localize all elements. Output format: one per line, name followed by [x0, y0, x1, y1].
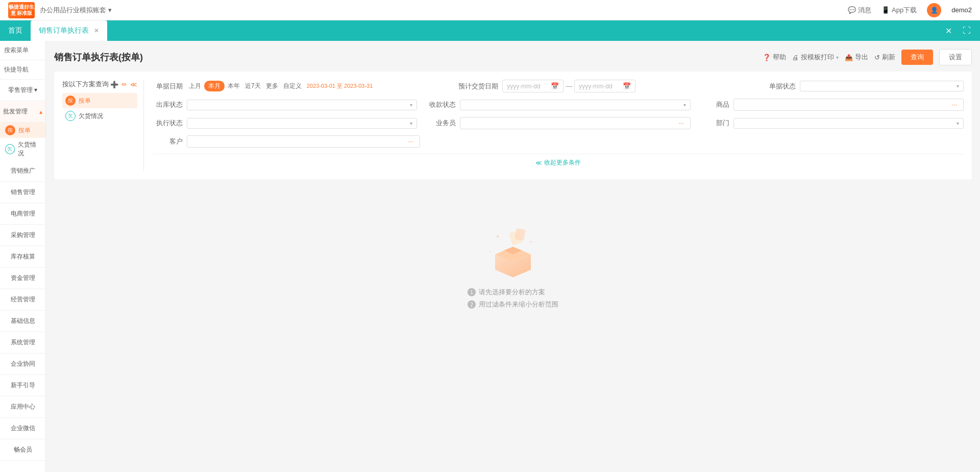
user-name[interactable]: demo2: [951, 6, 972, 14]
help-icon: ❓: [763, 54, 771, 61]
sidebar-retail-arrow: ▾: [34, 86, 37, 93]
app-download-label: App下载: [892, 6, 917, 15]
schema-按单-icon: 按: [65, 96, 76, 106]
collapse-arrow-icon: ≪: [535, 159, 542, 167]
top-bar: 畅捷通好生意 标准版 办公用品行业模拟账套 ▾ 💬 消息 📱 App下载 👤 d…: [0, 0, 980, 20]
sidebar-item-appcenter[interactable]: 应用中心: [0, 396, 45, 418]
app-title[interactable]: 办公用品行业模拟账套 ▾: [40, 6, 112, 15]
export-btn[interactable]: 📤 导出: [845, 53, 868, 62]
sidebar-enterprise-label: 企业协同: [11, 360, 35, 367]
content: 销售订单执行表(按单) ❓ 帮助 🖨 按模板打印 ▾ 📤 导出: [46, 41, 980, 472]
help-btn[interactable]: ❓ 帮助: [763, 53, 786, 62]
salesperson-select[interactable]: ···: [460, 117, 690, 129]
tab-home[interactable]: 首页: [0, 20, 31, 41]
execution-label: 执行状态: [152, 119, 183, 128]
export-label: 导出: [855, 53, 868, 62]
sidebar-item-marketing[interactable]: 营销推广: [0, 160, 45, 182]
date-tab-自定义[interactable]: 自定义: [281, 81, 304, 91]
print-label: 按模板打印: [801, 53, 834, 62]
sidebar-search-menu[interactable]: 搜索菜单: [0, 41, 45, 60]
schema-item-欠货[interactable]: 欠 欠货情况: [62, 108, 137, 124]
execution-dropdown-icon: ▾: [410, 121, 412, 126]
settings-btn[interactable]: 设置: [939, 49, 972, 65]
sidebar-quick-nav[interactable]: 快捷导航: [0, 60, 45, 80]
logo: 畅捷通好生意 标准版: [8, 2, 35, 18]
refresh-btn[interactable]: ↺ 刷新: [874, 53, 895, 62]
tab-sales-execution[interactable]: 销售订单执行表 ✕: [31, 20, 107, 41]
query-btn[interactable]: 查询: [901, 50, 933, 65]
sidebar-item-ecommerce[interactable]: 电商管理: [0, 203, 45, 225]
maximize-btn[interactable]: ⛶: [960, 23, 974, 38]
receipt-label: 收款状态: [425, 100, 456, 109]
salesperson-more-icon[interactable]: ···: [677, 120, 686, 127]
close-window-btn[interactable]: ✕: [941, 23, 955, 38]
app-download-action[interactable]: 📱 App下载: [881, 6, 917, 15]
filter-product: 商品 ···: [699, 99, 964, 111]
sidebar-item-member[interactable]: 畅会员: [0, 439, 45, 461]
sidebar-wholesale-label: 批发管理: [3, 107, 28, 116]
page-title: 销售订单执行表(按单): [54, 51, 143, 63]
filter-right: 单据日期 上月 本月 本年 近7天 更多 自定义: [144, 80, 964, 171]
date-tab-近7天[interactable]: 近7天: [243, 81, 263, 91]
print-dropdown-icon: ▾: [836, 55, 839, 60]
product-select[interactable]: ···: [733, 99, 964, 111]
sidebar-item-operations[interactable]: 经营管理: [0, 289, 45, 311]
date-tab-更多[interactable]: 更多: [264, 81, 280, 91]
sidebar-item-wechat[interactable]: 企业微信: [0, 418, 45, 439]
sidebar-item-purchase[interactable]: 采购管理: [0, 225, 45, 246]
schema-item-按单[interactable]: 按 按单: [62, 93, 137, 108]
date-tab-上月[interactable]: 上月: [187, 81, 203, 91]
filter-row-2: 出库状态 ▾ 收款状态 ▾: [152, 99, 964, 111]
sidebar-sub-欠货[interactable]: 欠 欠货情况: [0, 138, 45, 160]
tab-close-icon[interactable]: ✕: [94, 27, 99, 34]
date-tabs: 上月 本月 本年 近7天 更多 自定义: [187, 81, 304, 91]
customer-select[interactable]: ···: [187, 135, 420, 148]
sidebar-item-system[interactable]: 系统管理: [0, 332, 45, 353]
page-actions: ❓ 帮助 🖨 按模板打印 ▾ 📤 导出 ↺ 刷新: [763, 49, 972, 65]
product-label: 商品: [699, 100, 729, 109]
outbound-select[interactable]: ▾: [187, 100, 417, 110]
content-inner: 销售订单执行表(按单) ❓ 帮助 🖨 按模板打印 ▾ 📤 导出: [46, 41, 980, 361]
single-status-select[interactable]: ▾: [800, 81, 964, 91]
collapse-bar[interactable]: ≪ 收起更多条件: [152, 154, 964, 171]
add-schema-icon[interactable]: ➕: [110, 81, 118, 88]
sidebar-item-sales[interactable]: 销售管理: [0, 182, 45, 203]
main-layout: 搜索菜单 快捷导航 零售管理 ▾ 批发管理 ▴ 按 按单 欠 欠货情况 营销推广…: [0, 41, 980, 472]
sidebar-item-basic[interactable]: 基础信息: [0, 311, 45, 332]
single-date-label: 单据日期: [152, 82, 183, 91]
print-btn[interactable]: 🖨 按模板打印 ▾: [792, 53, 839, 62]
empty-tip-2: 2 用过滤条件来缩小分析范围: [468, 300, 558, 309]
sidebar-item-finance[interactable]: 资金管理: [0, 268, 45, 289]
filter-expected-date: 预计交货日期 yyyy-mm-dd 📅 — yyyy-mm-dd: [458, 80, 756, 92]
customer-more-icon[interactable]: ···: [406, 138, 415, 145]
sidebar-item-inventory[interactable]: 库存核算: [0, 246, 45, 268]
date-tab-本月[interactable]: 本月: [204, 81, 225, 91]
collapse-schema-icon[interactable]: ≪: [130, 81, 137, 88]
svg-point-7: [489, 251, 491, 253]
tip-badge-2: 2: [468, 300, 476, 309]
schema-欠货-icon: 欠: [65, 111, 76, 121]
tip-text-2: 用过滤条件来缩小分析范围: [479, 300, 558, 309]
edit-schema-icon[interactable]: ✏: [121, 81, 127, 88]
sidebar-sub-按单[interactable]: 按 按单: [0, 123, 45, 138]
execution-select[interactable]: ▾: [187, 118, 417, 129]
sidebar-operations-label: 经营管理: [11, 296, 35, 303]
sidebar-item-enterprise[interactable]: 企业协同: [0, 353, 45, 375]
product-more-icon[interactable]: ···: [950, 101, 959, 108]
sidebar-item-wholesale[interactable]: 批发管理 ▴: [0, 101, 45, 123]
receipt-select[interactable]: ▾: [460, 100, 690, 110]
filter-left-title-text: 按以下方案查询: [62, 80, 109, 89]
filter-left-title: 按以下方案查询 ➕ ✏ ≪: [62, 80, 137, 89]
department-select[interactable]: ▾: [733, 118, 964, 129]
date-tab-本年[interactable]: 本年: [226, 81, 242, 91]
message-action[interactable]: 💬 消息: [848, 6, 871, 15]
top-bar-right: 💬 消息 📱 App下载 👤 demo2: [848, 3, 972, 17]
sidebar-item-retail[interactable]: 零售管理 ▾: [0, 80, 45, 101]
date-to-input[interactable]: yyyy-mm-dd 📅: [574, 80, 635, 92]
avatar[interactable]: 👤: [927, 3, 941, 17]
date-from-input[interactable]: yyyy-mm-dd 📅: [502, 80, 564, 92]
sidebar-appcenter-label: 应用中心: [11, 403, 35, 410]
sidebar-member-label: 畅会员: [14, 446, 32, 453]
empty-tip-1: 1 请先选择要分析的方案: [468, 288, 558, 297]
sidebar-item-newbie[interactable]: 新手引导: [0, 375, 45, 396]
